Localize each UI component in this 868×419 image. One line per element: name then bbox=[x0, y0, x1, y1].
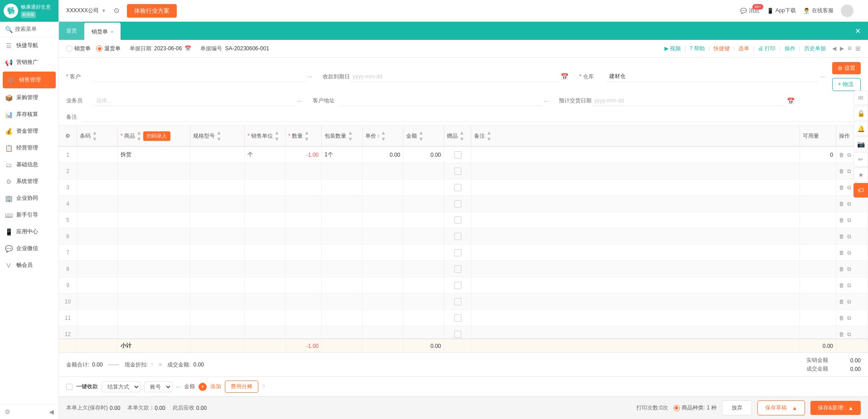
cell-gift[interactable] bbox=[444, 163, 471, 179]
notes-input[interactable] bbox=[82, 112, 861, 122]
cell-price[interactable] bbox=[363, 277, 403, 293]
sidebar-item-system[interactable]: ⚙ 系统管理 bbox=[0, 173, 58, 190]
cell-barcode[interactable] bbox=[77, 179, 118, 195]
gift-checkbox[interactable] bbox=[454, 249, 461, 256]
abandon-button[interactable]: 放弃 bbox=[722, 400, 752, 415]
sort-qty-icon[interactable]: ▲▼ bbox=[304, 130, 310, 142]
cell-pkgqty[interactable] bbox=[322, 310, 363, 326]
cell-unit[interactable] bbox=[245, 261, 286, 277]
cell-qty[interactable] bbox=[286, 179, 322, 195]
tab-close-icon[interactable]: × bbox=[111, 29, 113, 34]
delete-icon[interactable]: 🗑 bbox=[839, 217, 844, 223]
cell-price[interactable] bbox=[363, 294, 403, 309]
cell-price[interactable] bbox=[363, 212, 403, 228]
right-panel-star-icon[interactable]: ★ bbox=[853, 168, 868, 182]
cell-spec[interactable] bbox=[190, 147, 245, 163]
close-all-tabs-icon[interactable]: ✕ bbox=[848, 27, 868, 35]
cell-product[interactable]: 拆货 bbox=[118, 147, 190, 163]
cell-amount[interactable] bbox=[403, 310, 444, 326]
add-payment-button[interactable]: + bbox=[199, 383, 207, 391]
copy-icon[interactable]: ⧉ bbox=[847, 266, 851, 272]
cell-note[interactable] bbox=[471, 245, 800, 260]
cell-gift[interactable] bbox=[444, 212, 471, 228]
cell-spec[interactable] bbox=[190, 196, 245, 212]
cell-spec[interactable] bbox=[190, 245, 245, 260]
next-icon[interactable]: ▶ bbox=[840, 45, 844, 52]
cell-pkgqty[interactable] bbox=[322, 212, 363, 228]
settings-icon[interactable]: ⚙ bbox=[5, 408, 10, 415]
cell-gift[interactable] bbox=[444, 179, 471, 195]
cell-gift[interactable] bbox=[444, 310, 471, 326]
sidebar-item-sales[interactable]: 🛒 销售管理 bbox=[3, 72, 56, 88]
cell-product[interactable] bbox=[118, 163, 190, 179]
right-panel-mail-icon[interactable]: ✉ bbox=[853, 91, 868, 105]
cell-note[interactable] bbox=[471, 261, 800, 277]
logistics-button[interactable]: + 物流 bbox=[832, 78, 861, 91]
cell-spec[interactable] bbox=[190, 294, 245, 309]
cell-unit[interactable] bbox=[245, 294, 286, 309]
cell-spec[interactable] bbox=[190, 212, 245, 228]
online-service-button[interactable]: 👨‍💼 在线客服 bbox=[803, 7, 834, 14]
cell-pkgqty[interactable] bbox=[322, 179, 363, 195]
payment-method-select[interactable]: 结算方式 bbox=[102, 381, 141, 392]
cell-product[interactable] bbox=[118, 179, 190, 195]
right-panel-camera-icon[interactable]: 📷 bbox=[853, 137, 868, 151]
video-link[interactable]: ▶ 视频 bbox=[664, 45, 681, 53]
cell-barcode[interactable] bbox=[77, 310, 118, 326]
cell-product[interactable] bbox=[118, 326, 190, 338]
cell-amount[interactable] bbox=[403, 326, 444, 338]
cell-barcode[interactable] bbox=[77, 326, 118, 338]
sidebar-item-finance[interactable]: 💰 资金管理 bbox=[0, 123, 58, 140]
sidebar-item-corp[interactable]: 🏢 企业协同 bbox=[0, 190, 58, 207]
cell-barcode[interactable] bbox=[77, 228, 118, 244]
cell-note[interactable] bbox=[471, 179, 800, 195]
sidebar-item-stock[interactable]: 📊 库存核算 bbox=[0, 106, 58, 123]
sidebar-item-wechat[interactable]: 💬 企业微信 bbox=[0, 240, 58, 257]
delete-icon[interactable]: 🗑 bbox=[839, 152, 844, 158]
cell-unit[interactable] bbox=[245, 245, 286, 260]
cell-pkgqty[interactable] bbox=[322, 245, 363, 260]
cell-gift[interactable] bbox=[444, 326, 471, 338]
cell-amount[interactable] bbox=[403, 228, 444, 244]
delete-icon[interactable]: 🗑 bbox=[839, 331, 844, 337]
tab-home[interactable]: 首页 bbox=[59, 22, 84, 40]
cell-pkgqty[interactable] bbox=[322, 228, 363, 244]
gift-checkbox[interactable] bbox=[454, 331, 461, 338]
save-new-button[interactable]: 保存&新增 ▲ bbox=[810, 401, 861, 415]
cell-amount[interactable] bbox=[403, 196, 444, 212]
sort-gift-icon[interactable]: ▲▼ bbox=[459, 130, 465, 142]
cell-qty[interactable] bbox=[286, 294, 322, 309]
cell-product[interactable] bbox=[118, 310, 190, 326]
cell-qty[interactable] bbox=[286, 326, 322, 338]
salesperson-input[interactable] bbox=[93, 96, 296, 106]
cell-barcode[interactable] bbox=[77, 163, 118, 179]
ops-link[interactable]: 操作 bbox=[785, 45, 795, 53]
cell-pkgqty[interactable]: 1个 bbox=[322, 147, 363, 163]
sidebar-item-marketing[interactable]: 📢 营销推广 bbox=[0, 54, 58, 71]
copy-icon[interactable]: ⧉ bbox=[847, 168, 851, 174]
sidebar-item-guide[interactable]: 📖 新手引导 bbox=[0, 207, 58, 223]
cell-barcode[interactable] bbox=[77, 245, 118, 260]
gift-checkbox[interactable] bbox=[454, 233, 461, 240]
company-selector[interactable]: XXXXXX公司 ▼ bbox=[66, 7, 106, 14]
right-panel-bell-icon[interactable]: 🔔 bbox=[853, 121, 868, 136]
delete-icon[interactable]: 🗑 bbox=[839, 266, 844, 272]
sidebar-item-app-center[interactable]: 📱 应用中心 bbox=[0, 223, 58, 240]
cell-gift[interactable] bbox=[444, 294, 471, 309]
cell-pkgqty[interactable] bbox=[322, 163, 363, 179]
customer-addr-dots-icon[interactable]: ··· bbox=[543, 98, 548, 104]
cell-barcode[interactable] bbox=[77, 277, 118, 293]
cell-note[interactable] bbox=[471, 228, 800, 244]
cell-unit[interactable] bbox=[245, 179, 286, 195]
col-header-settings[interactable]: ⚙ bbox=[59, 126, 77, 146]
copy-icon[interactable]: ⧉ bbox=[847, 152, 851, 158]
sort-price-icon[interactable]: ▲▼ bbox=[381, 130, 386, 142]
warehouse-input[interactable] bbox=[606, 72, 819, 82]
message-button[interactable]: 💬 消息 99+ bbox=[740, 7, 760, 14]
cell-qty[interactable] bbox=[286, 196, 322, 212]
payment-due-input[interactable] bbox=[350, 72, 559, 82]
cell-spec[interactable] bbox=[190, 179, 245, 195]
cell-unit[interactable] bbox=[245, 228, 286, 244]
cell-qty[interactable] bbox=[286, 277, 322, 293]
copy-icon[interactable]: ⧉ bbox=[847, 282, 851, 289]
